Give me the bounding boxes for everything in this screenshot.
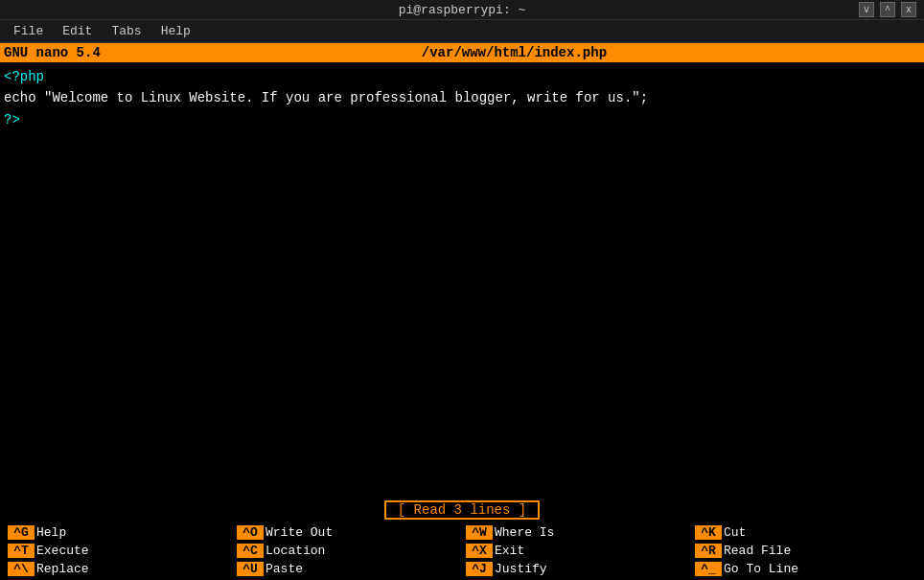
maximize-button[interactable]: ^ [880, 2, 895, 17]
minimize-button[interactable]: v [859, 2, 874, 17]
shortcut-label-cut: Cut [724, 525, 746, 540]
shortcut-label-exit: Exit [495, 544, 524, 558]
shortcut-label-go-to-line: Go To Line [724, 562, 798, 576]
shortcut-read-file[interactable]: ^R Read File [691, 542, 920, 560]
code-line-2: echo "Welcome to Linux Website. If you a… [4, 87, 920, 108]
close-button[interactable]: x [901, 2, 916, 17]
shortcut-key-replace: ^\ [8, 562, 35, 576]
shortcut-key-read-file: ^R [695, 544, 722, 558]
shortcut-label-paste: Paste [266, 562, 303, 576]
shortcut-label-write-out: Write Out [266, 525, 333, 540]
menu-help[interactable]: Help [153, 22, 198, 40]
code-line-3: ?> [4, 109, 920, 130]
shortcut-location[interactable]: ^C Location [233, 542, 462, 560]
shortcut-key-execute: ^T [8, 544, 35, 558]
shortcut-key-location: ^C [237, 544, 264, 558]
shortcut-label-where-is: Where Is [495, 525, 554, 540]
shortcut-label-execute: Execute [36, 544, 89, 558]
shortcut-key-paste: ^U [237, 562, 264, 576]
shortcut-key-help: ^G [8, 525, 35, 540]
shortcut-label-location: Location [266, 544, 325, 558]
shortcut-help[interactable]: ^G Help [4, 523, 233, 542]
menu-bar: File Edit Tabs Help [0, 20, 924, 43]
shortcut-exit[interactable]: ^X Exit [462, 542, 691, 560]
shortcut-paste[interactable]: ^U Paste [233, 560, 462, 578]
nano-header: GNU nano 5.4 /var/www/html/index.php [0, 43, 924, 62]
shortcut-key-go-to-line: ^_ [695, 562, 722, 576]
menu-file[interactable]: File [6, 22, 51, 40]
shortcut-label-help: Help [36, 525, 66, 540]
code-line-1: <?php [4, 66, 920, 87]
shortcut-bar: ^G Help ^O Write Out ^W Where Is ^K Cut … [0, 522, 924, 580]
status-message: [ Read 3 lines ] [384, 500, 540, 520]
shortcut-go-to-line[interactable]: ^_ Go To Line [691, 560, 920, 578]
shortcut-key-cut: ^K [695, 525, 722, 540]
status-bar: [ Read 3 lines ] [0, 499, 924, 522]
editor-area[interactable]: <?php echo "Welcome to Linux Website. If… [0, 62, 924, 499]
shortcut-label-justify: Justify [495, 562, 547, 576]
nano-filename: /var/www/html/index.php [108, 45, 920, 60]
title-bar: pi@raspberrypi: ~ v ^ x [0, 0, 924, 20]
shortcut-label-read-file: Read File [724, 544, 791, 558]
shortcut-cut[interactable]: ^K Cut [691, 523, 920, 542]
shortcut-execute[interactable]: ^T Execute [4, 542, 233, 560]
menu-tabs[interactable]: Tabs [104, 22, 149, 40]
menu-edit[interactable]: Edit [55, 22, 100, 40]
shortcut-key-where-is: ^W [466, 525, 493, 540]
shortcut-label-replace: Replace [36, 562, 89, 576]
shortcut-where-is[interactable]: ^W Where Is [462, 523, 691, 542]
shortcut-write-out[interactable]: ^O Write Out [233, 523, 462, 542]
shortcut-key-justify: ^J [466, 562, 493, 576]
shortcut-justify[interactable]: ^J Justify [462, 560, 691, 578]
nano-version: GNU nano 5.4 [4, 45, 101, 60]
shortcut-key-exit: ^X [466, 544, 493, 558]
window-controls[interactable]: v ^ x [859, 2, 916, 17]
title-bar-text: pi@raspberrypi: ~ [65, 3, 859, 17]
shortcut-key-write-out: ^O [237, 525, 264, 540]
shortcut-replace[interactable]: ^\ Replace [4, 560, 233, 578]
